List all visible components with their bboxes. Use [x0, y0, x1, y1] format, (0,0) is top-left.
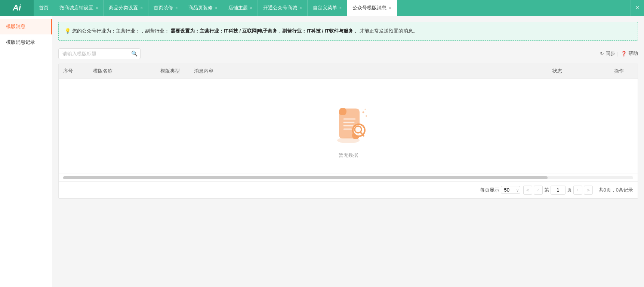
page-unit-label: 页: [567, 187, 572, 193]
empty-state: 暂无数据: [59, 79, 638, 174]
last-page-button[interactable]: ⊳: [584, 186, 593, 195]
nav-tab-7[interactable]: 自定义菜单×: [308, 0, 347, 16]
sync-icon: ↻: [600, 51, 604, 57]
top-navigation: Ai 首页微商城店铺设置×商品分类设置×首页装修×商品页装修×店铺主题×开通公众…: [0, 0, 644, 16]
col-name: 模版名称: [89, 64, 156, 78]
nav-tab-8[interactable]: 公众号模版消息×: [347, 0, 397, 16]
search-bar: 🔍 ↻ 同步 | ❓ 帮助: [58, 48, 638, 59]
tab-close-icon-1[interactable]: ×: [96, 6, 98, 10]
main-layout: 模版消息模版消息记录 💡 您的公众号行业为：主营行业：，副营行业： 需要设置为：…: [0, 16, 644, 287]
help-label: 帮助: [628, 50, 638, 57]
per-page-select[interactable]: 50 20 100: [501, 186, 520, 194]
tab-close-icon-6[interactable]: ×: [299, 6, 302, 10]
page-number-input[interactable]: [551, 186, 566, 195]
help-icon: ❓: [621, 51, 627, 57]
tab-close-icon-2[interactable]: ×: [140, 6, 142, 10]
nav-tab-4[interactable]: 商品页装修×: [183, 0, 223, 16]
app-logo: Ai: [0, 0, 34, 16]
sidebar: 模版消息模版消息记录: [0, 16, 52, 287]
nav-tab-0[interactable]: 首页: [34, 0, 54, 16]
page-prefix-label: 第: [544, 187, 549, 193]
search-input-wrap: 🔍: [58, 48, 141, 59]
prev-page-button[interactable]: ‹: [534, 186, 543, 195]
first-page-button[interactable]: ⊲: [523, 186, 532, 195]
search-icon[interactable]: 🔍: [131, 51, 138, 57]
col-content: 消息内容: [189, 64, 548, 78]
help-button[interactable]: ❓ 帮助: [621, 50, 638, 57]
table-header: 序号 模版名称 模版类型 消息内容 状态 操作: [59, 64, 638, 79]
page-nav: ⊲ ‹ 第 页 › ⊳: [523, 186, 593, 195]
svg-point-10: [366, 115, 367, 117]
empty-text: 暂无数据: [339, 152, 358, 159]
notice-highlight: 需要设置为：主营行业：IT科技 / 互联网|电子商务，副营行业：IT科技 / I…: [170, 28, 358, 34]
data-table: 序号 模版名称 模版类型 消息内容 状态 操作: [58, 64, 638, 199]
pagination: 每页显示 50 20 100 ⊲ ‹ 第 页 ›: [59, 181, 638, 198]
total-info: 共0页，0条记录: [599, 187, 633, 193]
tab-close-icon-4[interactable]: ×: [215, 6, 217, 10]
tab-close-icon-3[interactable]: ×: [175, 6, 178, 10]
tab-close-icon-5[interactable]: ×: [250, 6, 252, 10]
nav-tabs-container: 首页微商城店铺设置×商品分类设置×首页装修×商品页装修×店铺主题×开通公众号商城…: [34, 0, 631, 16]
scroll-bar-area[interactable]: [59, 174, 638, 181]
next-page-button[interactable]: ›: [573, 186, 582, 195]
scroll-track[interactable]: [63, 176, 633, 179]
svg-point-11: [364, 109, 366, 110]
sidebar-item-1[interactable]: 模版消息记录: [0, 34, 52, 50]
nav-tab-3[interactable]: 首页装修×: [148, 0, 183, 16]
tab-close-icon-7[interactable]: ×: [339, 6, 342, 10]
search-right: ↻ 同步 | ❓ 帮助: [600, 50, 638, 57]
per-page-label: 每页显示: [480, 187, 499, 193]
nav-tab-5[interactable]: 店铺主题×: [223, 0, 258, 16]
close-all-tabs-button[interactable]: ×: [631, 0, 644, 16]
sync-label: 同步: [606, 50, 615, 57]
col-seq: 序号: [59, 64, 89, 78]
per-page-section: 每页显示 50 20 100: [480, 186, 520, 194]
sync-button[interactable]: ↻ 同步: [600, 50, 615, 57]
svg-point-9: [362, 111, 364, 113]
nav-tab-2[interactable]: 商品分类设置×: [104, 0, 148, 16]
nav-tab-1[interactable]: 微商城店铺设置×: [54, 0, 104, 16]
notice-prefix: 您的公众号行业为：主营行业：，副营行业：: [72, 28, 169, 34]
divider: |: [617, 51, 619, 57]
search-left: 🔍: [58, 48, 141, 59]
nav-tab-6[interactable]: 开通公众号商城×: [258, 0, 307, 16]
col-status: 状态: [548, 64, 600, 78]
col-action: 操作: [600, 64, 638, 78]
scroll-thumb[interactable]: [63, 176, 548, 179]
tab-close-icon-8[interactable]: ×: [389, 6, 391, 10]
per-page-select-wrap[interactable]: 50 20 100: [501, 186, 520, 194]
empty-illustration: [326, 101, 371, 146]
content-area: 💡 您的公众号行业为：主营行业：，副营行业： 需要设置为：主营行业：IT科技 /…: [52, 16, 644, 287]
notice-icon: 💡: [65, 28, 71, 34]
col-type: 模版类型: [156, 64, 189, 78]
sidebar-item-0[interactable]: 模版消息: [0, 19, 52, 34]
notice-suffix: 才能正常发送预置的消息。: [360, 28, 418, 34]
notice-box: 💡 您的公众号行业为：主营行业：，副营行业： 需要设置为：主营行业：IT科技 /…: [58, 22, 638, 41]
search-input[interactable]: [58, 48, 141, 59]
